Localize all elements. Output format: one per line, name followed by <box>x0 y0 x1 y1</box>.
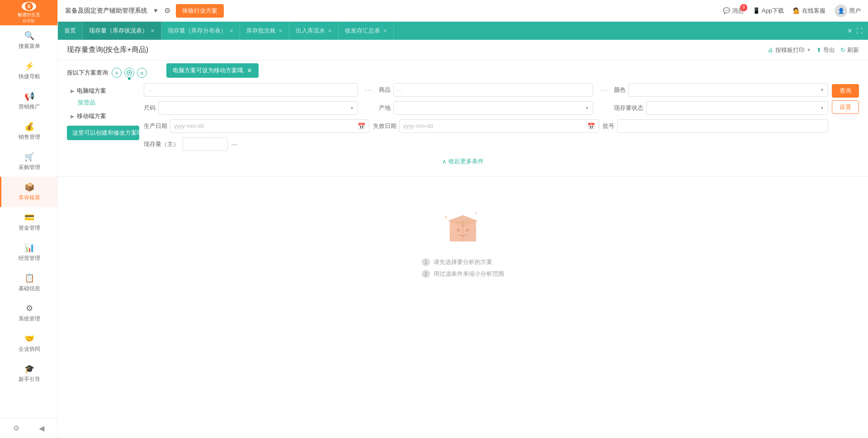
service-icon: 💁 <box>793 7 800 14</box>
stock-status-select[interactable]: ▼ <box>646 101 828 115</box>
produce-date-input[interactable]: yyyy-mm-dd 📅 <box>170 119 369 133</box>
empty-tip-2: 2 用过滤条件来缩小分析范围 <box>422 270 504 278</box>
experience-button[interactable]: 体验行业方案 <box>176 4 224 18</box>
color-select[interactable]: ▼ <box>628 83 828 97</box>
origin-select[interactable]: ▼ <box>393 101 593 115</box>
sidebar-item-marketing[interactable]: 📢 营销推广 <box>0 86 57 116</box>
add-scheme-btn[interactable]: + <box>112 68 122 78</box>
tab-summary[interactable]: 收发存汇总表 ✕ <box>339 22 394 40</box>
tooltip-close-btn[interactable]: ✕ <box>247 67 252 74</box>
search-icon: 🔍 <box>24 31 34 41</box>
collapse-label: 收起更多条件 <box>448 157 484 165</box>
finance-icon: 💳 <box>24 212 34 222</box>
tip-num-1: 1 <box>422 258 430 266</box>
tab-batch-account[interactable]: 库存批次账 ✕ <box>240 22 289 40</box>
inventory-from-input[interactable] <box>183 137 228 151</box>
header-right: 💬 9 消息 📱 App下载 💁 在线客服 👤 用户 <box>723 5 861 17</box>
goods-select[interactable]: ··· <box>393 83 593 97</box>
refresh-button[interactable]: ↻ 刷新 <box>840 46 859 54</box>
sidebar-item-finance[interactable]: 💳 资金管理 <box>0 207 57 237</box>
color-label: 颜色 <box>614 86 626 94</box>
sidebar-item-label: 营销推广 <box>19 103 40 111</box>
app-download-btn[interactable]: 📱 App下载 <box>753 7 784 15</box>
origin-dropdown-icon: ▼ <box>585 106 589 110</box>
header-left: 装备及固定资产辅助管理系统 ▼ ⚙ 体验行业方案 <box>65 4 224 18</box>
logo-badge: 标准版 <box>23 18 35 24</box>
fullscreen-icon[interactable]: ⛶ <box>856 27 863 34</box>
back-scheme-btn[interactable]: « <box>137 68 147 78</box>
tab-close-icon[interactable]: ✕ <box>328 28 332 34</box>
sidebar-item-quick-nav[interactable]: ⚡ 快捷导航 <box>0 56 57 86</box>
sidebar-nav: 🔍 搜索菜单 ⚡ 快捷导航 📢 营销推广 💰 销售管理 🛒 采购管理 📦 库存核… <box>0 25 57 418</box>
sidebar-item-system[interactable]: ⚙ 系统管理 <box>0 298 57 328</box>
edit-scheme-btn[interactable] <box>124 68 134 78</box>
goods-dots[interactable]: ⋯ <box>597 85 610 95</box>
filter-action-buttons: 查询 设置 <box>832 83 859 154</box>
sidebar-item-inventory[interactable]: 📦 库存核算 <box>0 177 57 207</box>
operations-icon: 📊 <box>24 243 34 253</box>
produce-date-cell: 生产日期 yyyy-mm-dd 📅 <box>144 119 369 133</box>
settings-icon[interactable]: ⚙ <box>164 6 170 15</box>
size-cell: 尺码 ▼ <box>144 101 358 115</box>
tooltip-scheme-create: 这里可以创建和修改方案哦 ✕ <box>67 126 139 140</box>
tab-close-icon[interactable]: ✕ <box>383 28 387 34</box>
sidebar-item-basic-info[interactable]: 📋 基础信息 <box>0 268 57 298</box>
tab-inventory-distribution[interactable]: 现存量（库存分布表） ✕ <box>161 22 240 40</box>
scheme-mobile-group[interactable]: ▶ 移动端方案 <box>67 110 139 122</box>
size-select[interactable]: ▼ <box>158 101 358 115</box>
tooltip-scheme-close-btn[interactable]: ✕ <box>146 129 152 137</box>
settings-footer-btn[interactable]: ⚙ <box>13 424 19 433</box>
tab-close-icon[interactable]: ✕ <box>278 28 283 34</box>
tab-label: 首页 <box>64 27 76 35</box>
scheme-sub-item[interactable]: 按货品 <box>67 97 139 108</box>
message-btn[interactable]: 💬 9 消息 <box>723 7 744 15</box>
tab-flow[interactable]: 出入库流水 ✕ <box>289 22 339 40</box>
enterprise-icon: 🤝 <box>24 334 34 344</box>
close-all-tabs-icon[interactable]: ✕ <box>847 27 853 34</box>
sidebar-item-guide[interactable]: 🎓 新手引导 <box>0 358 57 389</box>
goods-placeholder: ··· <box>397 87 402 94</box>
message-icon: 💬 <box>723 7 730 14</box>
tab-label: 库存批次账 <box>246 27 276 35</box>
export-button[interactable]: ⬆ 导出 <box>816 46 835 54</box>
scheme-arrow-icon: ▶ <box>71 88 74 94</box>
sidebar-item-label: 搜索菜单 <box>19 42 40 50</box>
calendar-icon-expire: 📅 <box>587 122 595 130</box>
tab-close-icon[interactable]: ✕ <box>229 28 233 34</box>
sidebar-item-label: 快捷导航 <box>19 73 40 80</box>
scheme-tree: ▶ 电脑端方案 按货品 ▶ 移动端方案 <box>67 85 139 122</box>
sidebar-item-search[interactable]: 🔍 搜索菜单 <box>0 25 57 56</box>
scheme-pc-group[interactable]: ▶ 电脑端方案 <box>67 85 139 97</box>
scheme-pc-label: 电脑端方案 <box>77 87 106 95</box>
user-info-btn[interactable]: 👤 用户 <box>835 5 861 17</box>
system-dropdown-icon[interactable]: ▼ <box>153 7 159 14</box>
collapse-more-btn[interactable]: ∧ 收起更多条件 <box>67 154 859 169</box>
scheme-sub-label: 按货品 <box>78 99 95 107</box>
tab-bar: 首页 现存量（库存状况表） ✕ 现存量（库存分布表） ✕ 库存批次账 ✕ 出入库… <box>58 22 868 40</box>
tooltip-pc-to-mobile: 电脑方案可设为移动方案哦 ✕ <box>166 63 259 78</box>
tab-inventory-status[interactable]: 现存量（库存状况表） ✕ <box>83 22 161 40</box>
tab-home[interactable]: 首页 <box>58 22 83 40</box>
warehouse-dots[interactable]: ⋯ <box>362 85 375 95</box>
print-button[interactable]: 🖨 按模板打印 ▼ <box>768 46 811 54</box>
sidebar-item-sales[interactable]: 💰 销售管理 <box>0 116 57 146</box>
search-button[interactable]: 查询 <box>832 84 859 98</box>
basic-info-icon: 📋 <box>24 273 34 283</box>
tab-close-icon[interactable]: ✕ <box>151 28 155 34</box>
calendar-icon-produce: 📅 <box>358 122 365 130</box>
sidebar-item-purchase[interactable]: 🛒 采购管理 <box>0 146 57 177</box>
batch-cell: 批号 <box>603 119 828 133</box>
expire-date-input[interactable]: yyyy-mm-dd 📅 <box>399 119 599 133</box>
online-service-btn[interactable]: 💁 在线客服 <box>793 7 826 15</box>
sidebar-item-operations[interactable]: 📊 经营管理 <box>0 237 57 268</box>
batch-input[interactable] <box>617 119 828 133</box>
tip-text-2: 用过滤条件来缩小分析范围 <box>434 270 504 278</box>
collapse-sidebar-btn[interactable]: ◀ <box>39 424 44 433</box>
system-icon: ⚙ <box>26 303 33 313</box>
sidebar-item-enterprise[interactable]: 🤝 企业协同 <box>0 328 57 358</box>
expire-date-cell: 失效日期 yyyy-mm-dd 📅 <box>373 119 599 133</box>
set-button[interactable]: 设置 <box>832 100 859 114</box>
sidebar-item-label: 销售管理 <box>19 133 40 141</box>
refresh-icon: ↻ <box>840 47 845 53</box>
warehouse-select[interactable]: ··· <box>144 83 358 97</box>
